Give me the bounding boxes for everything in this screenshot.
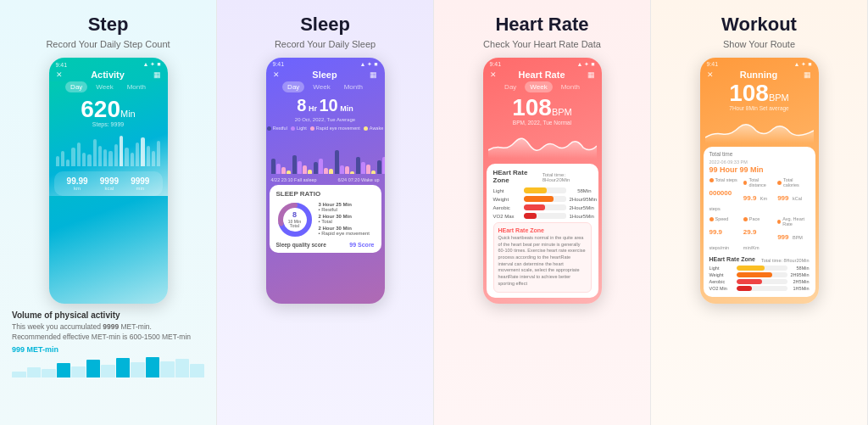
sleep-asleep-time: 4/22 23:10 Fall asleep: [271, 177, 317, 182]
step-info-title: Volume of physical activity: [12, 310, 204, 320]
heart-tab-week[interactable]: Week: [525, 81, 552, 92]
step-sub-label: Steps: 9999: [49, 121, 168, 127]
heart-zone-light: Light 58Min: [493, 187, 592, 193]
sleep-ratio-title: SLEEP RATIO: [276, 190, 375, 198]
step-tab-month[interactable]: Month: [122, 81, 151, 92]
step-subtitle: Record Your Daily Step Count: [46, 39, 170, 49]
heart-big-number: 108BPM: [483, 96, 602, 120]
wo-stat-distance: Total distance 99.9 Km: [743, 177, 775, 214]
sleep-status-right: ▲ ✦ ■: [359, 61, 377, 68]
legend-light: Light: [297, 126, 307, 131]
sleep-legend: Restful Light Rapid eye movement Awake: [266, 126, 385, 131]
workout-phone: 9:41 ▲ ✦ ■ ✕ Running ▦ 108BPM 7Hour 8Min…: [700, 58, 819, 304]
legend-restful: Restful: [273, 126, 287, 131]
wo-total-time-label: Total time: [709, 151, 810, 157]
heart-tab-day[interactable]: Day: [499, 81, 521, 92]
wo-zone-light: Light 58Min: [709, 266, 810, 271]
workout-close-icon[interactable]: ✕: [707, 70, 714, 79]
wo-stat-steps: Total steps 000000 steps: [709, 177, 741, 214]
workout-status-right: ▲ ✦ ■: [793, 61, 811, 68]
step-stat-km-val: 99.99: [67, 176, 88, 186]
wo-zone-title: HEart Rate Zone: [709, 256, 755, 262]
heart-sub: BPM, 2022, Tue Normal: [483, 120, 602, 126]
sleep-panel: Sleep Record Your Daily Sleep 9:41 ▲ ✦ ■…: [217, 0, 434, 425]
wo-zone-aerobic: Aerobic 2H5Min: [709, 279, 810, 284]
step-big-number: 620Min: [49, 98, 168, 121]
step-info-text: This week you accumulated 9999 MET-min.R…: [12, 322, 204, 343]
step-stat-km-lbl: km: [67, 186, 88, 191]
wo-stats-grid: Total steps 000000 steps Total distance …: [709, 177, 810, 253]
sleep-title: Sleep: [300, 14, 350, 36]
sleep-tab-week[interactable]: Week: [308, 81, 335, 92]
step-stat-kcal-val: 9999: [100, 176, 119, 186]
heart-phone: 9:41 ▲ ✦ ■ ✕ Heart Rate ▦ Day Week Month…: [483, 58, 602, 304]
wo-stat-speed: Speed 99.9 steps/min: [709, 216, 741, 253]
sleep-wake-time: 6/24 07:20 Wake up: [337, 177, 379, 182]
heart-wave-chart: [483, 129, 602, 159]
heart-zone-info-box: HEart Rate Zone Quick heartbeats normal …: [493, 222, 592, 293]
step-info: Volume of physical activity This week yo…: [8, 310, 208, 417]
heart-zone-box-title: HEart Rate Zone: [498, 227, 587, 233]
heart-tab-month[interactable]: Month: [556, 81, 585, 92]
step-title: Step: [88, 14, 129, 36]
heart-total-time: Total time: 8Hour20Min: [542, 172, 592, 182]
step-status-right: ▲ ✦ ■: [142, 61, 160, 68]
sleep-ratio-item-3: 2 Hour 30 Min• Rapid eye movement: [319, 226, 375, 236]
sleep-quality-label: Sleep quality score: [276, 242, 326, 248]
step-app-title: Activity: [91, 70, 125, 80]
wo-stat-calories: Total calories 999 kCal: [777, 177, 809, 214]
heart-subtitle: Check Your Heart Rate Data: [483, 39, 601, 49]
step-bar-chart: [49, 132, 168, 166]
workout-big-number: 108BPM: [700, 81, 819, 105]
sleep-quality-score: 99 Score: [349, 242, 374, 248]
sleep-subtitle: Record Your Daily Sleep: [275, 39, 376, 49]
sleep-phone: 9:41 ▲ ✦ ■ ✕ Sleep ▦ Day Week Month 8 Hr…: [266, 58, 385, 304]
heart-status-right: ▲ ✦ ■: [576, 61, 594, 68]
sleep-tab-day[interactable]: Day: [282, 81, 304, 92]
wo-total-time-val: 99 Hour 99 Min: [709, 165, 810, 174]
wo-stat-heartrate: Avg. Heart Rate 999 BPM: [777, 216, 809, 253]
heart-zone-weight: Weight 2Hour95Min: [493, 196, 592, 202]
sleep-close-icon[interactable]: ✕: [273, 70, 280, 79]
wo-zone-total-time: Total time: 8Hour20Min: [761, 258, 810, 263]
workout-sub: 7Hour 8Min Set average: [700, 105, 819, 111]
heart-title: Heart Rate: [495, 14, 588, 36]
workout-wave-chart: [700, 114, 819, 143]
step-panel: Step Record Your Daily Step Count 9:41 ▲…: [0, 0, 217, 425]
step-tab-week[interactable]: Week: [91, 81, 118, 92]
step-close-icon[interactable]: ✕: [56, 70, 63, 79]
step-status-left: 9:41: [56, 62, 68, 68]
wo-zone-vo2: VO2 Min 1H5Min: [709, 286, 810, 291]
legend-rem: Rapid eye movement: [316, 126, 360, 131]
heart-calendar-icon[interactable]: ▦: [587, 70, 595, 79]
step-tab-day[interactable]: Day: [65, 81, 87, 92]
sleep-donut: 8 10 Min Total: [276, 201, 314, 238]
workout-calendar-icon[interactable]: ▦: [804, 70, 811, 79]
workout-panel: Workout Show Your Route 9:41 ▲ ✦ ■ ✕ Run…: [651, 0, 868, 425]
heart-zone-box-text: Quick heartbeats normal in the quite are…: [498, 235, 587, 288]
sleep-tab-month[interactable]: Month: [339, 81, 368, 92]
heart-zone-title: HEart Rate Zone: [493, 169, 542, 184]
sleep-date: 20 Oct, 2022, Tue Average: [266, 117, 385, 122]
heart-close-icon[interactable]: ✕: [490, 70, 497, 79]
heart-panel: Heart Rate Check Your Heart Rate Data 9:…: [434, 0, 651, 425]
step-phone: 9:41 ▲ ✦ ■ ✕ Activity ▦ Day Week Month 6…: [49, 58, 168, 304]
heart-status-left: 9:41: [490, 61, 502, 68]
sleep-ratio-item-1: 3 Hour 25 Min• Restful: [319, 202, 375, 212]
workout-status-left: 9:41: [707, 61, 719, 68]
sleep-ratio-item-2: 2 Hour 30 Min• Total: [319, 214, 375, 224]
sleep-bar-chart: [266, 133, 385, 174]
step-stat-min-val: 9999: [131, 176, 149, 186]
sleep-status-left: 9:41: [273, 61, 285, 68]
workout-app-title: Running: [740, 70, 778, 80]
sleep-big-display: 8 Hr 10 Min: [266, 96, 385, 115]
heart-zone-vo2: VO2 Max 1Hour5Min: [493, 213, 592, 219]
sleep-calendar-icon[interactable]: ▦: [370, 70, 377, 79]
heart-zone-aerobic: Aerobic 2Hour5Min: [493, 204, 592, 210]
step-mini-chart: [12, 357, 204, 377]
workout-title: Workout: [721, 14, 797, 36]
step-info-number: 9999: [103, 322, 119, 331]
step-stat-kcal-lbl: kcal: [100, 186, 119, 191]
step-calendar-icon[interactable]: ▦: [153, 70, 161, 79]
step-met-highlight: 999 MET-min: [12, 345, 204, 354]
